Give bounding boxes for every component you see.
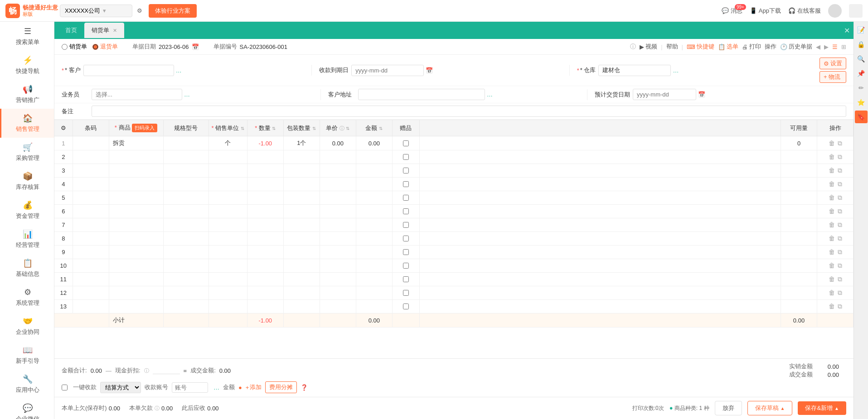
right-panel-icon-1[interactable]: 📝 xyxy=(855,24,868,36)
row-barcode[interactable] xyxy=(73,136,109,150)
row-pkgqty[interactable]: 1个 xyxy=(283,136,320,150)
right-panel-icon-2[interactable]: 🔒 xyxy=(855,38,868,51)
delete-row-icon[interactable]: 🗑 xyxy=(829,262,835,270)
copy-row-icon[interactable]: ⧉ xyxy=(838,167,842,174)
row-amount[interactable]: 0.00 xyxy=(356,136,392,150)
delete-row-icon[interactable]: 🗑 xyxy=(829,167,835,174)
user-avatar[interactable] xyxy=(828,4,842,18)
warehouse-dots[interactable]: … xyxy=(673,67,679,74)
company-selector[interactable]: XXXXXX公司 ▾ xyxy=(60,5,132,17)
row-qty[interactable] xyxy=(247,150,283,164)
scan-button[interactable]: 扫码录入 xyxy=(132,124,157,132)
sidebar-item-marketing[interactable]: 📢 营销推广 xyxy=(0,80,54,109)
settings-button[interactable]: ⚙ 设置 xyxy=(820,58,846,69)
gift-checkbox[interactable] xyxy=(403,249,409,255)
help-action[interactable]: 帮助 xyxy=(666,43,678,51)
save-draft-button[interactable]: 保存草稿 ▲ xyxy=(747,401,793,415)
expense-button[interactable]: 费用分摊 xyxy=(265,381,297,393)
expected-date-calendar-icon[interactable]: 📅 xyxy=(698,91,705,98)
delete-row-icon[interactable]: 🗑 xyxy=(829,153,835,161)
staff-dots[interactable]: … xyxy=(184,91,190,98)
app-download-button[interactable]: 📱 App下载 xyxy=(750,7,781,15)
message-button[interactable]: 💬 消息 99+ xyxy=(722,7,742,15)
receive-date-calendar-icon[interactable]: 📅 xyxy=(426,67,433,74)
right-panel-icon-6[interactable]: ⭐ xyxy=(855,96,868,109)
right-panel-icon-4[interactable]: 📌 xyxy=(855,67,868,80)
gift-checkbox[interactable] xyxy=(403,168,409,173)
row-pkgqty[interactable] xyxy=(283,150,320,164)
prev-icon[interactable]: ◀ xyxy=(816,43,820,50)
row-gift[interactable] xyxy=(392,150,419,164)
save-new-button[interactable]: 保存&新增 ▲ xyxy=(798,401,846,415)
gift-checkbox[interactable] xyxy=(403,181,409,187)
logistics-button[interactable]: + 物流 xyxy=(820,71,846,83)
delete-row-icon[interactable]: 🗑 xyxy=(829,275,835,283)
close-window-icon[interactable]: ✕ xyxy=(844,26,850,35)
user-menu-button[interactable] xyxy=(849,4,863,18)
tab-home[interactable]: 首页 xyxy=(58,23,84,38)
row-qty[interactable]: -1.00 xyxy=(247,136,283,150)
sidebar-item-search[interactable]: ☰ 搜索菜单 xyxy=(0,22,54,51)
next-icon[interactable]: ▶ xyxy=(824,43,829,50)
row-goods[interactable]: 拆贡 xyxy=(109,136,163,150)
print-action[interactable]: 🖨 打印 xyxy=(742,43,761,51)
sidebar-item-purchase[interactable]: 🛒 采购管理 xyxy=(0,138,54,167)
sidebar-item-system[interactable]: ⚙ 系统管理 xyxy=(0,283,54,312)
gift-checkbox[interactable] xyxy=(403,303,409,309)
copy-row-icon[interactable]: ⧉ xyxy=(838,289,842,297)
copy-row-icon[interactable]: ⧉ xyxy=(838,248,842,256)
grid-view-icon[interactable]: ⊞ xyxy=(841,43,846,50)
gear-button[interactable]: ⚙ xyxy=(135,5,144,16)
operate-action[interactable]: 操作 xyxy=(765,43,776,51)
sidebar-item-inventory[interactable]: 📦 库存核算 xyxy=(0,167,54,196)
copy-row-icon[interactable]: ⧉ xyxy=(838,235,842,242)
select-action[interactable]: 📋 选单 xyxy=(718,43,738,51)
copy-row-icon[interactable]: ⧉ xyxy=(838,140,842,147)
gift-checkbox[interactable] xyxy=(403,263,409,269)
row-unit[interactable]: 个 xyxy=(209,136,247,150)
delete-row-icon[interactable]: 🗑 xyxy=(829,235,835,242)
discount-input[interactable] xyxy=(153,367,180,374)
shortcut-action[interactable]: ⌨ 快捷键 xyxy=(687,43,714,51)
add-icon[interactable]: ● xyxy=(238,384,242,391)
sidebar-item-collab[interactable]: 🤝 企业协同 xyxy=(0,312,54,341)
radio-sale[interactable]: 销货单 xyxy=(62,43,87,51)
history-action[interactable]: 🕐 历史单据 xyxy=(780,43,812,51)
warehouse-input[interactable] xyxy=(598,65,671,76)
delete-row-icon[interactable]: 🗑 xyxy=(829,221,835,229)
row-spec[interactable] xyxy=(163,136,209,150)
gift-checkbox[interactable] xyxy=(403,222,409,228)
copy-row-icon[interactable]: ⧉ xyxy=(838,262,842,270)
expected-date-input[interactable] xyxy=(633,89,696,100)
gift-checkbox[interactable] xyxy=(403,154,409,160)
copy-row-icon[interactable]: ⧉ xyxy=(838,180,842,188)
row-gift[interactable] xyxy=(392,136,419,150)
right-panel-icon-3[interactable]: 🔍 xyxy=(855,53,868,65)
gift-checkbox[interactable] xyxy=(403,208,409,214)
right-panel-icon-7[interactable]: 🔖 xyxy=(855,111,868,123)
sidebar-item-sales[interactable]: 🏠 销售管理 xyxy=(0,109,54,138)
copy-row-icon[interactable]: ⧉ xyxy=(838,194,842,202)
list-view-icon[interactable]: ☰ xyxy=(832,43,838,50)
account-input[interactable] xyxy=(172,382,208,393)
delete-row-icon[interactable]: 🗑 xyxy=(829,303,835,310)
receive-date-input[interactable] xyxy=(351,65,424,76)
one-click-pay-checkbox[interactable] xyxy=(62,385,68,390)
staff-input[interactable] xyxy=(92,89,182,100)
row-unit[interactable] xyxy=(209,150,247,164)
copy-row-icon[interactable]: ⧉ xyxy=(838,303,842,310)
discard-button[interactable]: 放弃 xyxy=(715,401,742,415)
gift-checkbox[interactable] xyxy=(403,140,409,146)
customer-dots[interactable]: … xyxy=(176,67,182,74)
sidebar-item-finance[interactable]: 💰 资金管理 xyxy=(0,196,54,225)
customer-address-input[interactable] xyxy=(358,89,485,100)
row-price[interactable]: 0.00 xyxy=(320,136,356,150)
online-service-button[interactable]: 🎧 在线客服 xyxy=(788,7,821,15)
delete-row-icon[interactable]: 🗑 xyxy=(829,289,835,297)
gift-checkbox[interactable] xyxy=(403,290,409,296)
tab-close-icon[interactable]: ✕ xyxy=(113,28,117,33)
right-panel-icon-5[interactable]: ✏ xyxy=(855,82,868,94)
trial-button[interactable]: 体验行业方案 xyxy=(149,4,197,18)
customer-input[interactable] xyxy=(83,65,174,76)
sidebar-item-basic[interactable]: 📋 基础信息 xyxy=(0,254,54,283)
